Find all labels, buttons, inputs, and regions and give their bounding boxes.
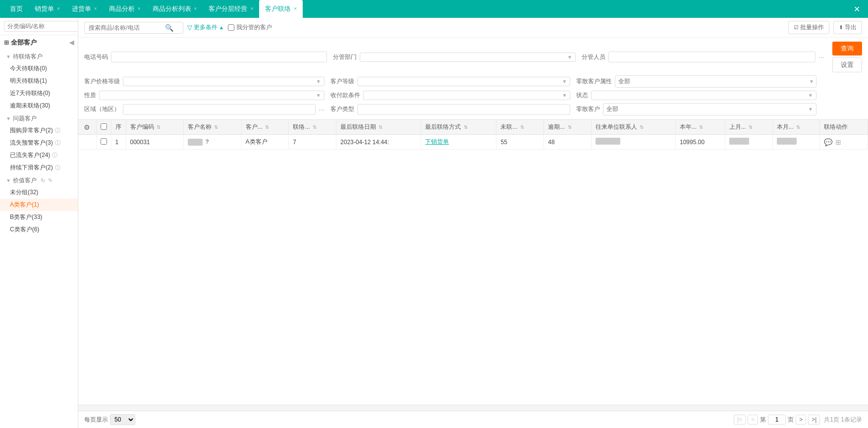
th-code[interactable]: 客户编码 ⇅ — [126, 120, 184, 135]
th-seq: 序 — [111, 120, 126, 135]
edit-group-icon[interactable]: ✎ — [48, 177, 53, 184]
gear-settings-icon[interactable]: ⚙ — [84, 123, 90, 131]
th-overdue[interactable]: 逾期... ⇅ — [544, 120, 592, 135]
td-last-month — [725, 135, 772, 150]
window-close-button[interactable]: ✕ — [850, 4, 864, 14]
last-method-link[interactable]: 下销货单 — [425, 138, 449, 145]
close-customer-tier-icon[interactable]: × — [250, 0, 253, 18]
query-button[interactable]: 查询 — [832, 42, 862, 55]
close-product-list-icon[interactable]: × — [194, 0, 197, 18]
last-month-blurred-block — [729, 138, 749, 145]
sidebar-item-7days[interactable]: 近7天待联络(0) — [0, 87, 78, 100]
field-status-select[interactable]: ▼ — [591, 91, 816, 100]
refresh-icon[interactable]: ↻ — [41, 177, 45, 184]
th-last-method[interactable]: 最后联络方式 ⇅ — [421, 120, 496, 135]
field-manager-input[interactable] — [608, 52, 815, 62]
field-dept-select[interactable]: ▼ — [360, 53, 576, 62]
checkbox-batch-icon: ☑ — [794, 24, 799, 31]
close-product-analysis-icon[interactable]: × — [138, 0, 141, 18]
sidebar-group-value[interactable]: ▼ 价值客户 ↻ ✎ — [0, 174, 78, 186]
td-name: ？ — [184, 135, 242, 150]
prev-page-button[interactable]: < — [748, 415, 758, 425]
th-not-contacted[interactable]: 未联... ⇅ — [496, 120, 544, 135]
sidebar-item-type-a[interactable]: A类客户(1) — [0, 199, 78, 211]
sidebar-search-input[interactable] — [4, 21, 78, 32]
filter-search-box[interactable]: 🔍 — [84, 22, 183, 34]
sidebar-item-lost-warning[interactable]: 流失预警客户(3) ⓘ — [0, 137, 78, 149]
field-customer-type-input[interactable] — [357, 104, 571, 115]
nav-sales[interactable]: 销货单 × — [29, 0, 66, 18]
nav-product-analysis[interactable]: 商品分析 × — [103, 0, 147, 18]
field-region-input[interactable] — [123, 104, 316, 115]
filter-more-btn[interactable]: ▽ 更多条件 ▲ — [187, 23, 224, 32]
close-purchase-icon[interactable]: × — [94, 0, 97, 18]
close-sales-icon[interactable]: × — [57, 0, 60, 18]
my-customer-checkbox[interactable] — [228, 24, 234, 31]
sidebar-item-type-b[interactable]: B类客户(33) — [0, 211, 78, 223]
chat-action-icon[interactable]: 💬 — [824, 138, 832, 146]
field-price-tier-select[interactable]: ▼ — [123, 77, 325, 86]
batch-ops-button[interactable]: ☑ 批量操作 — [788, 21, 829, 34]
field-customer-type-label: 客户类型 — [330, 105, 354, 113]
sidebar-item-type-c[interactable]: C类客户(6) — [0, 223, 78, 236]
field-customer-tier-select[interactable]: ▼ — [357, 77, 571, 86]
settings-button[interactable]: 设置 — [832, 57, 862, 72]
th-type[interactable]: 客户... ⇅ — [241, 120, 289, 135]
select-all-checkbox[interactable] — [101, 123, 107, 130]
field-phone-input[interactable] — [111, 52, 327, 62]
sidebar-item-declining[interactable]: 持续下滑客户(2) ⓘ — [0, 161, 78, 174]
nav-purchase[interactable]: 进货单 × — [66, 0, 103, 18]
page-size-select[interactable]: 50 100 200 — [110, 414, 135, 425]
nav-customer-contact[interactable]: 客户联络 × — [259, 0, 303, 18]
sidebar-group-problem[interactable]: ▼ 问题客户 — [0, 112, 78, 124]
field-nature-select[interactable]: ▼ — [99, 91, 325, 100]
th-last-month[interactable]: 上月... ⇅ — [725, 120, 772, 135]
sidebar-item-abnormal[interactable]: 囤购异常客户(2) ⓘ — [0, 124, 78, 137]
horizontal-scrollbar[interactable] — [78, 405, 868, 411]
th-year-amount[interactable]: 本年... ⇅ — [676, 120, 725, 135]
nav-home[interactable]: 首页 — [4, 0, 29, 18]
grid-action-icon[interactable]: ⊞ — [835, 138, 841, 146]
manager-dots-icon[interactable]: ··· — [818, 53, 824, 61]
field-payment-select[interactable]: ▼ — [363, 91, 571, 100]
th-contact2[interactable]: 往来单位联系人 ⇅ — [591, 120, 675, 135]
th-name[interactable]: 客户名称 ⇅ — [184, 120, 242, 135]
top-nav: 首页 销货单 × 进货单 × 商品分析 × 商品分析列表 × 客户分层经营 × … — [0, 0, 868, 18]
sidebar-item-unclassified[interactable]: 未分组(32) — [0, 186, 78, 199]
sidebar-all-header[interactable]: ⊞ 全部客户 ◀ — [0, 35, 78, 50]
nav-product-list[interactable]: 商品分析列表 × — [147, 0, 203, 18]
th-contact-count[interactable]: 联络... ⇅ — [289, 120, 336, 135]
sidebar-group-pending[interactable]: ▼ 待联络客户 — [0, 50, 78, 62]
close-customer-contact-icon[interactable]: × — [294, 0, 297, 18]
th-last-date[interactable]: 最后联络日期 ⇅ — [336, 120, 421, 135]
field-manager-label: 分管人员 — [582, 53, 605, 61]
field-retail-customer-select[interactable]: 全部 ▼ — [603, 103, 816, 115]
field-customer-tier-label: 客户等级 — [330, 77, 354, 86]
filter-search-icon[interactable]: 🔍 — [165, 24, 173, 32]
filter-bar: 🔍 ▽ 更多条件 ▲ 我分管的客户 ☑ 批量操作 ⬆ 导出 — [78, 18, 868, 38]
field-nature: 性质 ▼ — [84, 91, 325, 100]
first-page-button[interactable]: |< — [734, 415, 746, 425]
td-not-contacted: 55 — [496, 135, 544, 150]
td-contact2 — [591, 135, 675, 150]
field-retail-attr-select[interactable]: 全部 ▼ — [615, 75, 816, 88]
name-blurred-block — [188, 139, 203, 146]
th-this-month[interactable]: 本月... ⇅ — [772, 120, 820, 135]
next-page-button[interactable]: > — [796, 415, 806, 425]
export-button[interactable]: ⬆ 导出 — [833, 21, 862, 34]
sidebar-item-tomorrow[interactable]: 明天待联络(1) — [0, 75, 78, 87]
sidebar-item-overdue[interactable]: 逾期未联络(30) — [0, 100, 78, 112]
sidebar-item-today[interactable]: 今天待联络(0) — [0, 62, 78, 75]
collapse-icon[interactable]: ◀ — [69, 39, 74, 46]
sidebar-item-lost[interactable]: 已流失客户(24) ⓘ — [0, 149, 78, 161]
row-checkbox[interactable] — [101, 138, 107, 145]
content-area: 🔍 ▽ 更多条件 ▲ 我分管的客户 ☑ 批量操作 ⬆ 导出 — [78, 18, 868, 428]
filter-search-input[interactable] — [89, 24, 163, 31]
last-page-button[interactable]: >| — [808, 415, 820, 425]
field-customer-type: 客户类型 — [330, 104, 571, 115]
region-dots-icon[interactable]: ··· — [319, 106, 325, 113]
th-gear[interactable]: ⚙ — [78, 120, 96, 135]
payment-caret-icon: ▼ — [562, 93, 567, 98]
nav-customer-tier[interactable]: 客户分层经营 × — [203, 0, 259, 18]
page-number-input[interactable] — [768, 415, 786, 425]
